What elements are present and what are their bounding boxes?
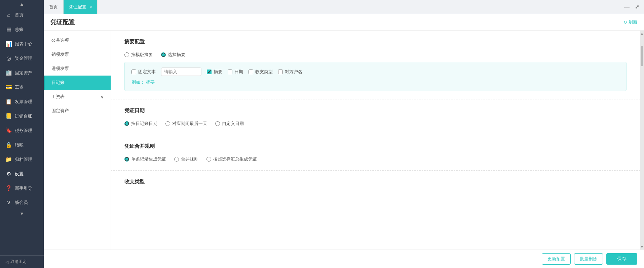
- settings-icon: ⚙: [5, 171, 12, 177]
- scrollbar-thumb[interactable]: [641, 46, 643, 66]
- date-radio-custom[interactable]: 自定义日期: [215, 121, 244, 127]
- tab-bar: 首页 凭证配置 × — ⤢: [44, 0, 644, 14]
- summary-checkbox-row: 固定文本 摘要 日期: [131, 68, 619, 76]
- merge-radio-merge-input[interactable]: [174, 157, 179, 162]
- left-nav-diary[interactable]: 日记账: [44, 76, 111, 90]
- checkbox-fixed-text[interactable]: 固定文本: [131, 69, 156, 75]
- sidebar-item-tax[interactable]: 🔖 税务管理: [0, 123, 44, 138]
- checkbox-counterparty[interactable]: 对方户名: [278, 69, 302, 75]
- checkbox-income-type-input[interactable]: [249, 70, 253, 74]
- merge-title: 凭证合并规则: [124, 143, 627, 149]
- refresh-icon: ↻: [623, 20, 627, 25]
- archive-icon: 📁: [5, 156, 12, 163]
- example-text: 例如： 摘要: [131, 79, 619, 85]
- sales-ledger-icon: 📒: [5, 113, 12, 119]
- date-radio-diary[interactable]: 按日记账日期: [124, 121, 157, 127]
- sidebar-scroll-up[interactable]: ▲: [0, 0, 44, 8]
- fund-icon: ◎: [5, 55, 12, 61]
- left-nav-fixed-asset[interactable]: 固定资产: [44, 104, 111, 118]
- tab-home[interactable]: 首页: [44, 0, 64, 14]
- checkbox-counterparty-input[interactable]: [278, 70, 283, 74]
- income-section: 收支类型: [111, 171, 640, 200]
- sidebar-item-vip[interactable]: V 畅会员: [0, 195, 44, 210]
- checkbox-date[interactable]: 日期: [228, 69, 243, 75]
- checkbox-income-type[interactable]: 收支类型: [249, 69, 273, 75]
- payroll-icon: 💳: [5, 84, 12, 90]
- date-radio-diary-input[interactable]: [124, 121, 129, 126]
- home-icon: ⌂: [5, 12, 12, 18]
- save-button[interactable]: 保存: [606, 253, 637, 265]
- sidebar-unpin[interactable]: ◁ 取消固定: [0, 255, 44, 268]
- summary-radio-select[interactable]: 选择摘要: [161, 52, 185, 58]
- summary-radio-template-input[interactable]: [124, 52, 129, 57]
- ledger-icon: ▤: [5, 26, 12, 33]
- tab-minimize-btn[interactable]: —: [622, 2, 632, 11]
- pin-icon: ◁: [5, 260, 8, 264]
- scroll-up-arrow[interactable]: ▲: [640, 31, 644, 36]
- date-section: 凭证日期 按日记账日期 对应期间最后一天 自定义日期: [111, 99, 640, 135]
- sidebar-scroll-down[interactable]: ▼: [0, 210, 44, 218]
- merge-radio-single-input[interactable]: [124, 157, 129, 162]
- sidebar-item-invoice-mgmt[interactable]: 📋 发票管理: [0, 94, 44, 109]
- sidebar-item-payroll[interactable]: 💳 工资: [0, 80, 44, 94]
- sidebar-item-archive[interactable]: 📁 归档管理: [0, 152, 44, 167]
- report-icon: 📊: [5, 41, 12, 47]
- sidebar-item-asset[interactable]: 🏢 固定资产: [0, 65, 44, 80]
- invoice-mgmt-icon: 📋: [5, 98, 12, 105]
- merge-section: 凭证合并规则 单条记录生成凭证 合并规则 按照选择汇总生成凭证: [111, 135, 640, 171]
- sidebar-item-home[interactable]: ⌂ 首页: [0, 8, 44, 22]
- sidebar-item-guide[interactable]: ❓ 新手引导: [0, 181, 44, 195]
- sidebar-item-sales-ledger[interactable]: 📒 进销台账: [0, 109, 44, 123]
- refresh-button[interactable]: ↻ 刷新: [623, 19, 637, 25]
- summary-checkbox-area: 固定文本 摘要 日期: [124, 62, 627, 91]
- summary-radio-template[interactable]: 按模版摘要: [124, 52, 153, 58]
- sidebar-item-report[interactable]: 📊 报表中心: [0, 37, 44, 51]
- income-title: 收支类型: [124, 179, 627, 185]
- tab-close-btn[interactable]: ×: [90, 5, 92, 9]
- date-title: 凭证日期: [124, 107, 627, 114]
- update-preset-button[interactable]: 更新预置: [542, 253, 571, 265]
- summary-radio-select-input[interactable]: [161, 52, 166, 57]
- summary-section: 摘要配置 按模版摘要 选择摘要: [111, 31, 640, 99]
- left-nav: 公共选项 销项发票 进项发票 日记账 工资表 ∨ 固定资产: [44, 31, 111, 250]
- merge-radio-select-merge-input[interactable]: [206, 157, 211, 162]
- main-scrollbar: ▲ ▼: [640, 31, 644, 250]
- merge-radio-merge[interactable]: 合并规则: [174, 156, 198, 162]
- sidebar-item-close[interactable]: 🔒 结账: [0, 138, 44, 152]
- asset-icon: 🏢: [5, 70, 12, 76]
- date-radio-period-last-input[interactable]: [165, 121, 170, 126]
- merge-radio-single[interactable]: 单条记录生成凭证: [124, 156, 166, 162]
- content-layout: 公共选项 销项发票 进项发票 日记账 工资表 ∨ 固定资产: [44, 31, 644, 250]
- guide-icon: ❓: [5, 185, 12, 191]
- scroll-down-arrow[interactable]: ▼: [640, 244, 644, 250]
- checkbox-summary[interactable]: 摘要: [207, 69, 222, 75]
- left-nav-public[interactable]: 公共选项: [44, 33, 111, 47]
- tab-actions: — ⤢: [622, 2, 644, 11]
- vip-icon: V: [5, 200, 12, 205]
- bottom-bar: 更新预置 批量删除 保存: [44, 250, 644, 268]
- left-nav-sales-invoice[interactable]: 销项发票: [44, 47, 111, 61]
- sidebar-item-settings[interactable]: ⚙ 设置: [0, 167, 44, 181]
- fixed-text-input[interactable]: [161, 68, 201, 76]
- merge-radio-group: 单条记录生成凭证 合并规则 按照选择汇总生成凭证: [124, 156, 627, 162]
- tax-icon: 🔖: [5, 127, 12, 134]
- sidebar: ▲ ⌂ 首页 ▤ 总账 📊 报表中心 ◎ 资金管理 🏢 固定资产 💳 工资 📋 …: [0, 0, 44, 268]
- left-nav-payroll-table[interactable]: 工资表 ∨: [44, 90, 111, 104]
- date-radio-custom-input[interactable]: [215, 121, 220, 126]
- checkbox-date-input[interactable]: [228, 70, 232, 74]
- date-radio-period-last[interactable]: 对应期间最后一天: [165, 121, 207, 127]
- tab-expand-btn[interactable]: ⤢: [633, 2, 641, 11]
- checkbox-fixed-text-input[interactable]: [131, 70, 136, 74]
- close-account-icon: 🔒: [5, 142, 12, 148]
- sidebar-item-fund[interactable]: ◎ 资金管理: [0, 51, 44, 65]
- checkbox-summary-input[interactable]: [207, 70, 212, 74]
- merge-radio-select-merge[interactable]: 按照选择汇总生成凭证: [206, 156, 257, 162]
- left-nav-purchase-invoice[interactable]: 进项发票: [44, 61, 111, 76]
- sidebar-item-ledger[interactable]: ▤ 总账: [0, 22, 44, 37]
- tab-voucher-config[interactable]: 凭证配置 ×: [64, 0, 98, 14]
- batch-delete-button[interactable]: 批量删除: [574, 253, 603, 265]
- chevron-down-icon: ∨: [101, 94, 104, 99]
- page-title: 凭证配置: [50, 18, 75, 26]
- main-area: 首页 凭证配置 × — ⤢ 凭证配置 ↻ 刷新 公共选项 销项发票 进: [44, 0, 644, 268]
- summary-radio-group: 按模版摘要 选择摘要: [124, 52, 627, 58]
